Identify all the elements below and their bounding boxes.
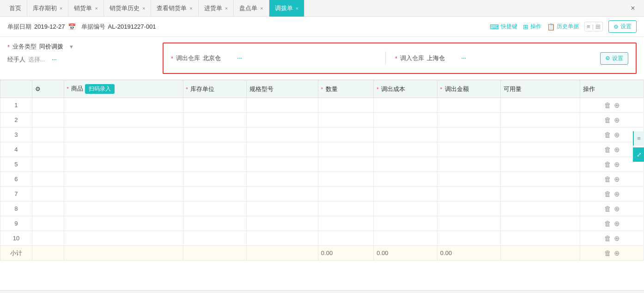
cell-product-10[interactable] xyxy=(64,231,183,246)
cell-product-3[interactable] xyxy=(64,128,183,142)
cell-amount-1[interactable] xyxy=(437,98,501,113)
cell-qty-4[interactable] xyxy=(318,142,373,157)
delete-icon-3[interactable]: 🗑 xyxy=(604,131,611,139)
tab-sales-order-close[interactable]: × xyxy=(95,6,97,11)
tab-transfer-order[interactable]: 调拨单 × xyxy=(269,0,304,17)
cell-qty-2[interactable] xyxy=(318,113,373,128)
copy-icon-4[interactable]: ⊕ xyxy=(614,146,620,154)
cell-available-1[interactable] xyxy=(501,98,580,113)
cell-amount-5[interactable] xyxy=(437,157,501,172)
warehouse-settings-btn[interactable]: ⚙ 设置 xyxy=(600,52,628,65)
cell-unit-2[interactable] xyxy=(183,113,247,128)
copy-icon-3[interactable]: ⊕ xyxy=(614,131,620,139)
cell-product-11[interactable] xyxy=(64,246,183,261)
cell-amount-9[interactable] xyxy=(437,216,501,231)
window-close-button[interactable]: × xyxy=(627,3,638,14)
delete-icon-8[interactable]: 🗑 xyxy=(604,205,611,213)
cell-available-5[interactable] xyxy=(501,157,580,172)
delete-icon-2[interactable]: 🗑 xyxy=(604,116,611,124)
cell-qty-11[interactable]: 0.00 xyxy=(318,246,373,261)
layout-toggle[interactable]: ≡ | ⊞ xyxy=(584,22,603,31)
delete-icon-9[interactable]: 🗑 xyxy=(604,220,611,227)
cell-available-9[interactable] xyxy=(501,216,580,231)
right-panel-list-btn[interactable]: ≡ xyxy=(633,131,644,146)
cell-product-9[interactable] xyxy=(64,216,183,231)
settings-button[interactable]: ⚙ 设置 xyxy=(608,20,637,33)
warehouse-out-more-btn[interactable]: ··· xyxy=(237,54,242,62)
tab-purchase-order-close[interactable]: × xyxy=(225,6,228,11)
copy-icon-8[interactable]: ⊕ xyxy=(614,205,620,213)
cell-unit-10[interactable] xyxy=(183,231,247,246)
cell-cost-11[interactable]: 0.00 xyxy=(374,246,437,261)
cell-amount-6[interactable] xyxy=(437,172,501,187)
cell-product-5[interactable] xyxy=(64,157,183,172)
cell-unit-3[interactable] xyxy=(183,128,247,142)
cell-cost-10[interactable] xyxy=(374,231,437,246)
tab-inventory-init[interactable]: 库存期初 × xyxy=(27,0,68,17)
tab-sales-order[interactable]: 销货单 × xyxy=(68,0,103,17)
cell-spec-8[interactable] xyxy=(247,201,318,216)
cell-spec-4[interactable] xyxy=(247,142,318,157)
copy-icon-1[interactable]: ⊕ xyxy=(614,101,620,110)
tab-sales-history[interactable]: 销货单历史 × xyxy=(104,0,151,17)
cell-amount-2[interactable] xyxy=(437,113,501,128)
cell-cost-8[interactable] xyxy=(374,201,437,216)
cell-spec-11[interactable] xyxy=(247,246,318,261)
cell-product-2[interactable] xyxy=(64,113,183,128)
tab-transfer-order-close[interactable]: × xyxy=(296,6,298,11)
tab-sales-history-close[interactable]: × xyxy=(142,6,145,11)
cell-cost-2[interactable] xyxy=(374,113,437,128)
warehouse-in-more-btn[interactable]: ··· xyxy=(461,54,466,62)
copy-icon-11[interactable]: ⊕ xyxy=(614,249,620,257)
shortcut-action[interactable]: ⌨ 快捷键 xyxy=(490,23,517,31)
cell-spec-3[interactable] xyxy=(247,128,318,142)
cell-unit-4[interactable] xyxy=(183,142,247,157)
calendar-icon[interactable]: 📅 xyxy=(68,23,76,31)
copy-icon-6[interactable]: ⊕ xyxy=(614,175,620,183)
tab-view-sales[interactable]: 查看销货单 × xyxy=(151,0,198,17)
cell-amount-4[interactable] xyxy=(437,142,501,157)
cell-available-11[interactable] xyxy=(501,246,580,261)
cell-unit-5[interactable] xyxy=(183,157,247,172)
cell-spec-5[interactable] xyxy=(247,157,318,172)
cell-cost-7[interactable] xyxy=(374,187,437,201)
cell-spec-7[interactable] xyxy=(247,187,318,201)
cell-spec-10[interactable] xyxy=(247,231,318,246)
tab-inventory-init-close[interactable]: × xyxy=(60,6,62,11)
cell-qty-8[interactable] xyxy=(318,201,373,216)
cell-qty-7[interactable] xyxy=(318,187,373,201)
cell-cost-5[interactable] xyxy=(374,157,437,172)
cell-cost-6[interactable] xyxy=(374,172,437,187)
cell-spec-2[interactable] xyxy=(247,113,318,128)
cell-amount-8[interactable] xyxy=(437,201,501,216)
cell-spec-9[interactable] xyxy=(247,216,318,231)
cell-available-3[interactable] xyxy=(501,128,580,142)
cell-qty-5[interactable] xyxy=(318,157,373,172)
delete-icon-6[interactable]: 🗑 xyxy=(604,175,611,183)
cell-product-7[interactable] xyxy=(64,187,183,201)
delete-icon-7[interactable]: 🗑 xyxy=(604,190,611,198)
tab-inventory-count[interactable]: 盘点单 × xyxy=(234,0,269,17)
cell-qty-10[interactable] xyxy=(318,231,373,246)
cell-available-6[interactable] xyxy=(501,172,580,187)
cell-amount-3[interactable] xyxy=(437,128,501,142)
cell-qty-6[interactable] xyxy=(318,172,373,187)
operation-action[interactable]: ⊞ 操作 xyxy=(523,23,541,31)
tab-home[interactable]: 首页 xyxy=(4,0,27,17)
tab-inventory-count-close[interactable]: × xyxy=(260,6,263,11)
cell-cost-4[interactable] xyxy=(374,142,437,157)
cell-available-2[interactable] xyxy=(501,113,580,128)
copy-icon-7[interactable]: ⊕ xyxy=(614,190,620,198)
cell-available-4[interactable] xyxy=(501,142,580,157)
cell-cost-9[interactable] xyxy=(374,216,437,231)
copy-icon-2[interactable]: ⊕ xyxy=(614,116,620,124)
col-header-settings[interactable]: ⚙ xyxy=(32,80,64,98)
cell-cost-3[interactable] xyxy=(374,128,437,142)
business-type-select[interactable]: 同价调拨 ▼ xyxy=(39,43,74,51)
tab-view-sales-close[interactable]: × xyxy=(189,6,192,11)
delete-icon-10[interactable]: 🗑 xyxy=(604,234,611,242)
cell-product-1[interactable] xyxy=(64,98,183,113)
cell-unit-9[interactable] xyxy=(183,216,247,231)
cell-amount-10[interactable] xyxy=(437,231,501,246)
cell-amount-7[interactable] xyxy=(437,187,501,201)
